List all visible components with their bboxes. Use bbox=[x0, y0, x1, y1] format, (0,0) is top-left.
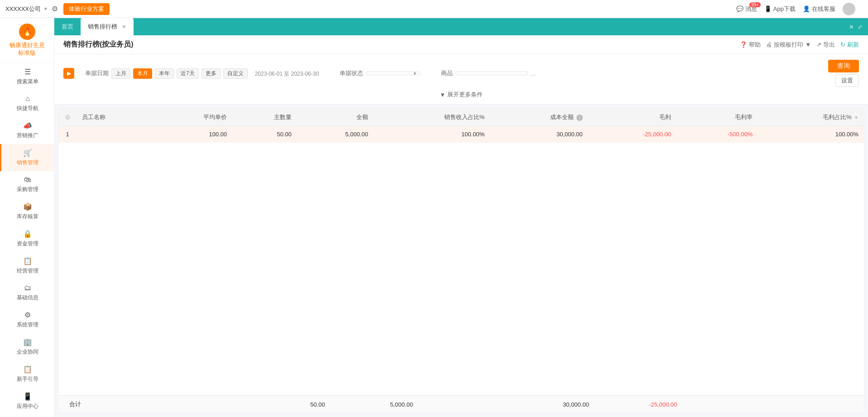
footer-label: 合计 bbox=[64, 400, 154, 408]
col-name: 员工名称 bbox=[77, 109, 154, 126]
tab-sales-rank[interactable]: 销售排行榜 ✕ bbox=[81, 18, 134, 35]
filter-right: 查询 设置 bbox=[828, 60, 859, 87]
goods-filter-group: 商品 ... bbox=[441, 69, 536, 77]
chevron-down-icon: ▼ bbox=[43, 6, 48, 11]
user-avatar[interactable] bbox=[843, 3, 855, 15]
sidebar-item-label: 快捷导航 bbox=[17, 105, 38, 112]
refresh-btn[interactable]: ↻ 刷新 bbox=[840, 41, 859, 49]
goods-select[interactable] bbox=[456, 72, 528, 75]
sidebar-item-marketing[interactable]: 📣 营销推广 bbox=[0, 117, 54, 144]
status-chevron-icon: ▼ bbox=[412, 71, 417, 76]
sidebar-item-purchase[interactable]: 🛍 采购管理 bbox=[0, 171, 54, 198]
cost-info-icon[interactable]: i bbox=[576, 115, 583, 121]
cell-name bbox=[77, 126, 154, 143]
table-row: 1 100.00 50.00 5,000.00 100.00% 30,000.0… bbox=[58, 126, 864, 143]
date-btn-this-year[interactable]: 本年 bbox=[155, 68, 174, 79]
cell-sales-pct: 100.00% bbox=[374, 126, 490, 143]
sidebar-item-label: 新手引导 bbox=[17, 375, 38, 383]
sidebar-item-search-order[interactable]: ☰ 搜索菜单 bbox=[0, 63, 54, 90]
column-settings-icon[interactable]: ⚙ bbox=[65, 114, 71, 121]
app-download-btn[interactable]: 📱 App下载 bbox=[764, 5, 796, 13]
app-icon: 📱 bbox=[764, 5, 772, 12]
sidebar-item-quick-nav[interactable]: ⌂ 快捷导航 bbox=[0, 90, 54, 117]
footer-cost: 30,000.00 bbox=[507, 401, 595, 408]
online-service-btn[interactable]: 👤 在线客服 bbox=[803, 5, 835, 13]
sidebar-item-finance[interactable]: 🔒 资金管理 bbox=[0, 225, 54, 252]
col-cost: 成本全额 i bbox=[490, 109, 588, 126]
sidebar-item-guide[interactable]: 📋 新手引导 bbox=[0, 360, 54, 388]
goods-more-icon[interactable]: ... bbox=[531, 70, 536, 77]
settings-button[interactable]: 设置 bbox=[835, 74, 859, 87]
footer-gross: -25,000.00 bbox=[595, 401, 682, 408]
date-btn-more[interactable]: 更多 bbox=[201, 68, 221, 79]
sidebar-item-sales[interactable]: 🛒 销售管理 bbox=[0, 144, 54, 171]
top-right-actions: 💬 消息 99+ 📱 App下载 👤 在线客服 bbox=[736, 3, 863, 15]
date-btn-last-month[interactable]: 上月 bbox=[111, 68, 130, 79]
template-print-btn[interactable]: 🖨 按模板打印 ▼ bbox=[766, 41, 811, 49]
filter-row: ▶ 单据日期 上月 本月 本年 近7天 更多 自定义 2023-06-01 至 … bbox=[63, 60, 859, 87]
sidebar-item-enterprise[interactable]: 🏢 企业协同 bbox=[0, 333, 54, 360]
cell-avg-price: 100.00 bbox=[154, 126, 232, 143]
company-name: XXXXXX公司 bbox=[5, 5, 41, 13]
col-settings[interactable]: ⚙ bbox=[58, 109, 77, 126]
cell-amount: 5,000.00 bbox=[297, 126, 374, 143]
sidebar-item-system[interactable]: ⚙ 系统管理 bbox=[0, 306, 54, 333]
company-selector[interactable]: XXXXXX公司 ▼ bbox=[5, 5, 48, 13]
quick-nav-icon: ⌂ bbox=[25, 95, 30, 103]
sidebar-item-label: 采购管理 bbox=[17, 186, 38, 193]
tab-home[interactable]: 首页 bbox=[54, 18, 81, 35]
date-btn-custom[interactable]: 自定义 bbox=[223, 68, 248, 79]
col-amount: 全额 bbox=[297, 109, 374, 126]
sidebar-item-inventory[interactable]: 📦 库存核算 bbox=[0, 198, 54, 225]
sidebar-item-wechat[interactable]: 💬 企业微信 bbox=[0, 415, 54, 417]
gross-pct-sort-icon[interactable]: ▼ bbox=[854, 115, 858, 120]
content-area: 首页 销售排行榜 ✕ ✕ ⤢ 销售排行榜(按业务员) ❓ 帮助 bbox=[54, 18, 868, 417]
page-actions: ❓ 帮助 🖨 按模板打印 ▼ ↗ 导出 ↻ 刷新 bbox=[740, 41, 859, 49]
system-icon: ⚙ bbox=[24, 311, 31, 319]
sidebar-item-label: 企业协同 bbox=[17, 348, 38, 356]
sidebar-item-label: 销售管理 bbox=[17, 159, 38, 167]
tab-restore-icon[interactable]: ⤢ bbox=[858, 24, 863, 30]
sidebar: 🔥 畅康通好生意 标准版 ☰ 搜索菜单 ⌂ 快捷导航 📣 营销推广 🛒 销售管理… bbox=[0, 18, 54, 417]
gear-icon[interactable]: ⚙ bbox=[52, 5, 58, 13]
date-btn-7days[interactable]: 近7天 bbox=[177, 68, 199, 79]
footer-amount: 5,000.00 bbox=[331, 401, 418, 408]
filter-area: ▶ 单据日期 上月 本月 本年 近7天 更多 自定义 2023-06-01 至 … bbox=[54, 54, 868, 105]
print-chevron-icon: ▼ bbox=[805, 41, 811, 48]
sales-icon: 🛒 bbox=[23, 149, 32, 157]
expand-arrow-btn[interactable]: ▶ bbox=[63, 68, 74, 79]
sidebar-logo: 🔥 畅康通好生意 标准版 bbox=[0, 18, 54, 63]
sidebar-item-label: 经营管理 bbox=[17, 267, 38, 275]
message-btn[interactable]: 💬 消息 99+ bbox=[736, 5, 757, 13]
sidebar-item-app-center[interactable]: 📱 应用中心 bbox=[0, 388, 54, 415]
tab-close-all-icon[interactable]: ✕ bbox=[849, 24, 854, 30]
table-header-row: ⚙ 员工名称 平均单价 主数量 bbox=[58, 109, 864, 126]
help-btn[interactable]: ❓ 帮助 bbox=[740, 41, 761, 49]
message-icon: 💬 bbox=[736, 5, 743, 12]
sidebar-item-label: 库存核算 bbox=[17, 213, 38, 220]
trial-button[interactable]: 体验行业方案 bbox=[63, 3, 110, 15]
sidebar-item-basic-info[interactable]: 🗂 基础信息 bbox=[0, 279, 54, 306]
query-button[interactable]: 查询 bbox=[828, 60, 859, 72]
date-btn-this-month[interactable]: 本月 bbox=[133, 68, 152, 79]
export-btn[interactable]: ↗ 导出 bbox=[816, 41, 835, 49]
date-filter-group: 单据日期 上月 本月 本年 近7天 更多 自定义 bbox=[85, 68, 248, 79]
marketing-icon: 📣 bbox=[23, 121, 32, 130]
top-bar: XXXXXX公司 ▼ ⚙ 体验行业方案 💬 消息 99+ 📱 App下载 👤 在… bbox=[0, 0, 868, 18]
export-icon: ↗ bbox=[816, 41, 821, 48]
table-scroll[interactable]: ⚙ 员工名称 平均单价 主数量 bbox=[58, 109, 864, 395]
sidebar-item-operations[interactable]: 📋 经营管理 bbox=[0, 252, 54, 279]
status-select[interactable]: ▼ bbox=[366, 72, 420, 75]
sidebar-item-label: 营销推广 bbox=[17, 132, 38, 139]
cell-cost: 30,000.00 bbox=[490, 126, 588, 143]
col-avg-price: 平均单价 bbox=[154, 109, 232, 126]
date-filter-label: 单据日期 bbox=[85, 69, 109, 77]
status-filter-label: 单据状态 bbox=[340, 69, 363, 77]
tab-close-icon[interactable]: ✕ bbox=[122, 24, 126, 30]
col-gross: 毛利 bbox=[588, 109, 676, 126]
expand-more-filters-btn[interactable]: ▼ 展开更多条件 bbox=[440, 91, 483, 99]
tab-actions: ✕ ⤢ bbox=[844, 24, 868, 30]
print-icon: 🖨 bbox=[766, 41, 772, 48]
table-footer: 合计 50.00 5,000.00 30,000.00 -25,000.00 bbox=[58, 395, 864, 413]
sidebar-item-label: 基础信息 bbox=[17, 294, 38, 302]
